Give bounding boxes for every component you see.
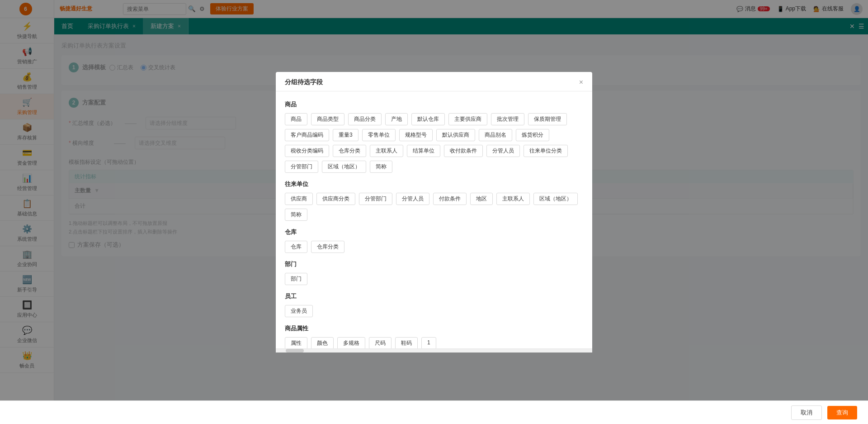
field-tag[interactable]: 结算单位 — [407, 145, 440, 157]
cancel-button[interactable]: 取消 — [791, 405, 822, 420]
hscroll-thumb[interactable] — [286, 349, 304, 353]
field-tag[interactable]: 仓库 — [285, 241, 307, 253]
field-tag[interactable]: 1 — [421, 337, 436, 348]
field-tag[interactable]: 简称 — [285, 209, 307, 221]
attr-fields: 属性 颜色 多规格 尺码 鞋码 1 — [285, 337, 583, 348]
field-tag[interactable]: 主联系人 — [370, 145, 403, 157]
field-tag[interactable]: 客户商品编码 — [285, 129, 329, 141]
partner-fields: 供应商 供应商分类 分管部门 分管人员 付款条件 地区 主联系人 区域（地区） … — [285, 193, 583, 221]
field-tag[interactable]: 鞋码 — [395, 337, 418, 348]
confirm-button[interactable]: 查询 — [827, 406, 857, 419]
field-tag[interactable]: 往来单位分类 — [524, 145, 568, 157]
field-tag[interactable]: 重量3 — [333, 129, 359, 141]
field-tag[interactable]: 收付款条件 — [444, 145, 483, 157]
field-tag[interactable]: 商品分类 — [348, 113, 382, 125]
field-tag[interactable]: 分管部门 — [285, 161, 318, 173]
field-tag[interactable]: 产地 — [385, 113, 408, 125]
field-tag[interactable]: 分管人员 — [396, 193, 429, 205]
field-tag[interactable]: 多规格 — [337, 337, 365, 348]
field-tag[interactable]: 业务员 — [285, 305, 313, 317]
section-title-product: 商品 — [285, 100, 583, 109]
section-title-dept: 部门 — [285, 260, 583, 268]
modal-body[interactable]: 商品 商品 商品类型 商品分类 产地 默认仓库 主要供应商 批次管理 保质期管理… — [276, 91, 592, 348]
employee-fields: 业务员 — [285, 305, 583, 317]
field-tag[interactable]: 分管人员 — [486, 145, 520, 157]
field-tag[interactable]: 商品别名 — [479, 129, 512, 141]
field-tag[interactable]: 商品 — [285, 113, 307, 125]
section-title-partner: 往来单位 — [285, 180, 583, 188]
section-title-attr: 商品属性 — [285, 324, 583, 333]
warehouse-fields: 仓库 仓库分类 — [285, 241, 583, 253]
field-tag[interactable]: 商品类型 — [311, 113, 344, 125]
field-tag[interactable]: 供应商分类 — [316, 193, 355, 205]
field-tag[interactable]: 付款条件 — [433, 193, 467, 205]
field-tag[interactable]: 规格型号 — [399, 129, 433, 141]
field-tag[interactable]: 批次管理 — [491, 113, 524, 125]
section-title-employee: 员工 — [285, 292, 583, 300]
field-tag[interactable]: 地区 — [470, 193, 493, 205]
field-tag[interactable]: 保质期管理 — [528, 113, 567, 125]
field-tag[interactable]: 仓库分类 — [333, 145, 366, 157]
field-tag[interactable]: 部门 — [285, 273, 307, 285]
dept-fields: 部门 — [285, 273, 583, 285]
field-tag[interactable]: 零售单位 — [362, 129, 396, 141]
field-tag[interactable]: 区域（地区） — [533, 193, 578, 205]
field-tag[interactable]: 属性 — [285, 337, 307, 348]
modal-close-button[interactable]: × — [579, 78, 583, 86]
section-title-warehouse: 仓库 — [285, 228, 583, 236]
field-tag[interactable]: 供应商 — [285, 193, 313, 205]
field-selector-modal: 分组待选字段 × 商品 商品 商品类型 商品分类 产地 默认仓库 主要供应商 批… — [276, 72, 592, 353]
field-tag[interactable]: 默认供应商 — [436, 129, 475, 141]
field-tag[interactable]: 炼货积分 — [516, 129, 549, 141]
modal-header: 分组待选字段 × — [276, 72, 592, 91]
field-tag[interactable]: 分管部门 — [359, 193, 392, 205]
modal-hscroll[interactable] — [276, 348, 592, 353]
modal-footer-bar: 取消 查询 — [0, 400, 868, 424]
modal-overlay: 分组待选字段 × 商品 商品 商品类型 商品分类 产地 默认仓库 主要供应商 批… — [0, 0, 868, 424]
field-tag[interactable]: 主联系人 — [496, 193, 530, 205]
field-tag[interactable]: 颜色 — [311, 337, 334, 348]
field-tag[interactable]: 简称 — [370, 161, 392, 173]
field-tag[interactable]: 仓库分类 — [311, 241, 344, 253]
field-tag[interactable]: 税收分类编码 — [285, 145, 329, 157]
field-tag[interactable]: 默认仓库 — [411, 113, 445, 125]
modal-title: 分组待选字段 — [285, 78, 323, 86]
field-tag[interactable]: 尺码 — [369, 337, 392, 348]
product-fields: 商品 商品类型 商品分类 产地 默认仓库 主要供应商 批次管理 保质期管理 客户… — [285, 113, 583, 173]
field-tag[interactable]: 区域（地区） — [322, 161, 366, 173]
field-tag[interactable]: 主要供应商 — [448, 113, 487, 125]
